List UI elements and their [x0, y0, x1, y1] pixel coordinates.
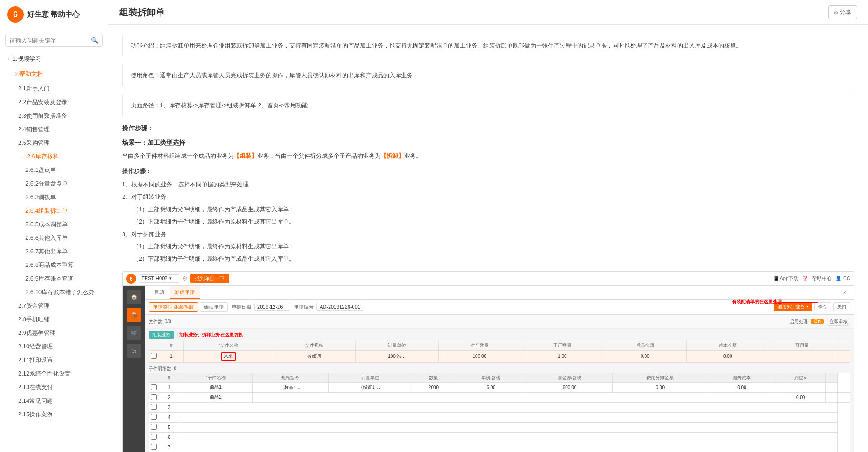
cell-check[interactable] — [149, 442, 159, 452]
cell-child-name[interactable]: 商品1 — [179, 382, 252, 392]
sidebar-item-docs[interactable]: — 2.帮助文档 — [0, 67, 108, 82]
row-checkbox[interactable] — [151, 444, 157, 450]
cell-total-2[interactable]: 0.00 — [776, 392, 825, 402]
app-sidebar-inventory[interactable]: 📦 — [127, 308, 141, 322]
sidebar-item-2.14[interactable]: 2.14常见问题 — [0, 394, 108, 408]
cell-alloc[interactable]: 0.00 — [613, 382, 708, 392]
toggle-on[interactable]: On — [811, 319, 824, 324]
sidebar-item-2.6.1[interactable]: 2.6.1盘点单 — [0, 163, 108, 177]
table-row: 1 米米 连线调 100个/… 100.00 1.00 0.00 0.00 — [149, 350, 850, 362]
app-sidebar-sales[interactable]: 🛒 — [127, 326, 141, 340]
search-input[interactable] — [9, 37, 91, 44]
col-ops — [825, 373, 838, 382]
sidebar-item-purchase[interactable]: 2.5采购管理 — [0, 136, 108, 150]
row-checkbox[interactable] — [151, 424, 157, 430]
col-arrive: 到位V — [776, 373, 825, 382]
cell-parent-name[interactable]: 米米 — [184, 350, 273, 362]
cell-qty[interactable]: 2000 — [412, 382, 455, 392]
search-icon[interactable]: 🔍 — [91, 37, 99, 44]
row-checkbox[interactable] — [151, 404, 157, 410]
app-topbar: 6 TEST-H002 ▾ ⚙ 找到单据一下 📱App下载 ❓ 帮助中心 👤 C… — [123, 272, 854, 286]
sidebar-item-inventory[interactable]: — 2.6库存核算 — [0, 150, 108, 163]
expand-icon-inventory: — — [18, 154, 23, 159]
tab-self-service[interactable]: 自助 — [149, 286, 170, 299]
cell-price[interactable]: 6.00 — [455, 382, 527, 392]
cell-finished-amt[interactable]: 0.00 — [604, 350, 686, 362]
sidebar-item-2.7[interactable]: 2.7资金管理 — [0, 299, 108, 313]
sidebar-item-sales[interactable]: 2.4销售管理 — [0, 123, 108, 136]
close-btn[interactable]: 关闭 — [833, 302, 850, 311]
cell-extra[interactable]: 0.00 — [708, 382, 776, 392]
row-checkbox[interactable] — [151, 394, 157, 400]
cell-child-name[interactable]: 商品2 — [179, 392, 252, 402]
col-produce-qty: 生产数量 — [438, 341, 521, 350]
cell-unit[interactable]: 100个/… — [355, 350, 438, 362]
cell-produce-qty[interactable]: 100.00 — [438, 350, 521, 362]
sidebar-item-2.6.6[interactable]: 2.6.6其他入库单 — [0, 231, 108, 245]
type-btn-other[interactable]: 确认单据 — [200, 302, 228, 312]
app-sidebar-purchase[interactable]: 🗂 — [127, 344, 141, 358]
confirm-btn[interactable]: 立即审核 — [827, 318, 850, 326]
share-button[interactable]: ⎋ 分享 — [828, 5, 857, 19]
cell-check[interactable] — [149, 422, 159, 432]
sidebar-item-install[interactable]: 2.2产品安装及登录 — [0, 95, 108, 109]
cell-parent-spec[interactable]: 连线调 — [273, 350, 355, 362]
sidebar-item-2.6.9[interactable]: 2.6.9库存账本查询 — [0, 272, 108, 285]
row-checkbox[interactable] — [151, 414, 157, 420]
app-main-panel: 自助 新建单据 ✕ 单据类型 组装拆卸 确认单据 — [145, 286, 854, 452]
parent-name-field[interactable]: 米米 — [221, 352, 236, 361]
label: 2.6.4组装拆卸单 — [25, 207, 68, 214]
row-checkbox[interactable] — [151, 384, 157, 390]
type-btn-assembly[interactable]: 单据类型 组装拆卸 — [149, 302, 198, 312]
cell-factory-qty[interactable]: 1.00 — [521, 350, 604, 362]
number-value[interactable]: AD-20191226-001 — [316, 303, 363, 311]
cell-arrive-2 — [825, 392, 838, 402]
sidebar-item-2.6.5[interactable]: 2.6.5成本调整单 — [0, 218, 108, 231]
col-cost-amount: 成本金额 — [686, 341, 769, 350]
row-checkbox[interactable] — [151, 353, 157, 359]
save-btn[interactable]: 保存 — [814, 302, 831, 311]
cell-cost-amt[interactable]: 0.00 — [686, 350, 769, 362]
cell-check[interactable] — [149, 350, 159, 362]
sidebar-item-2.12[interactable]: 2.12系统个性化设置 — [0, 367, 108, 381]
sidebar-item-2.11[interactable]: 2.11打印设置 — [0, 353, 108, 367]
user-role-text: 使用角色：通常由生产人员或库管人员完成拆装业务的操作，库管人员确认原材料的出库和… — [131, 72, 413, 79]
cell-total[interactable]: 600.00 — [527, 382, 612, 392]
date-value[interactable]: 2019-12-26 — [254, 303, 290, 311]
cell-seq: 3 — [159, 402, 179, 412]
search-bar[interactable]: 🔍 — [5, 34, 103, 47]
sidebar-item-data-prep[interactable]: 2.3使用前数据准备 — [0, 109, 108, 123]
company-selector[interactable]: TEST-H002 ▾ — [139, 274, 179, 283]
close-icon[interactable]: ✕ — [839, 290, 850, 295]
help-center-icon: 帮助中心 — [812, 275, 832, 282]
label: 2.2产品安装及登录 — [18, 99, 67, 105]
app-toolbar-2: 文件数: 0/0 启用处理 On 立即审核 启用处理 — [145, 315, 854, 329]
cell-ops — [835, 350, 850, 362]
sidebar-item-video[interactable]: + 1.视频学习 — [0, 51, 108, 67]
cell-check[interactable] — [149, 382, 159, 392]
sidebar-item-2.15[interactable]: 2.15操作案例 — [0, 408, 108, 421]
sidebar-item-2.6.3[interactable]: 2.6.3调拨单 — [0, 190, 108, 204]
sidebar-item-2.10[interactable]: 2.10经营管理 — [0, 340, 108, 353]
cell-check[interactable] — [149, 412, 159, 422]
sidebar-item-2.13[interactable]: 2.13在线支付 — [0, 381, 108, 394]
sidebar-item-2.6.4[interactable]: 2.6.4组装拆卸单 — [0, 204, 108, 218]
tab-new-order[interactable]: 新建单据 — [170, 286, 200, 299]
sidebar-item-2.8[interactable]: 2.8手机旺铺 — [0, 313, 108, 326]
cell-unit[interactable]: （设置1+… — [328, 382, 412, 392]
toggle-on-label: On — [814, 319, 821, 324]
cell-spec[interactable]: （标品+… — [252, 382, 328, 392]
cell-empty — [179, 412, 838, 422]
sidebar-item-2.6.8[interactable]: 2.6.8商品成本重算 — [0, 258, 108, 272]
sidebar-item-newcomer[interactable]: 2.1新手入门 — [0, 82, 108, 95]
cell-check[interactable] — [149, 392, 159, 402]
sidebar-item-2.6.2[interactable]: 2.6.2分量盘点单 — [0, 177, 108, 190]
sidebar-item-2.6.7[interactable]: 2.6.7其他出库单 — [0, 245, 108, 258]
cell-check[interactable] — [149, 402, 159, 412]
find-order-button[interactable]: 找到单据一下 — [190, 274, 229, 283]
row-checkbox[interactable] — [151, 434, 157, 440]
app-sidebar-home[interactable]: 🏠 — [127, 290, 141, 304]
sidebar-item-2.6.10[interactable]: 2.6.10库存账本错了怎么办 — [0, 285, 108, 299]
cell-check[interactable] — [149, 432, 159, 442]
sidebar-item-2.9[interactable]: 2.9优惠券管理 — [0, 326, 108, 340]
